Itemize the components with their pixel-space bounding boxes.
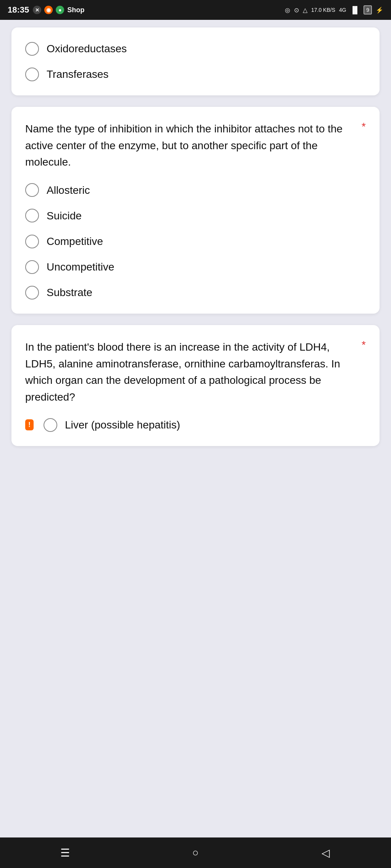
home-circle-icon: ○ [192,847,199,859]
radio-substrate[interactable] [25,286,39,300]
required-star-2: * [362,121,366,133]
charging-icon: ⚡ [376,6,383,14]
app-icon-green: ● [56,6,64,14]
option-oxidoreductases[interactable]: Oxidoreductases [25,41,366,56]
menu-icon: ☰ [60,847,70,859]
shop-label: Shop [67,6,84,14]
option-liver[interactable]: ! Liver (possible hepatitis) [25,417,366,432]
warning-badge-icon: ! [25,419,34,430]
speed-display: 17.0 KB/S [311,7,335,13]
option-label-transferases: Transferases [47,67,108,82]
question-card-2: Name the type of inhibition in which the… [11,107,380,314]
question-text-2: Name the type of inhibition in which the… [25,121,357,170]
radio-allosteric[interactable] [25,183,39,197]
time-display: 18:35 [8,5,29,15]
question-card-3: In the patient's blood there is an incre… [11,325,380,446]
option-label-competitive: Competitive [47,234,103,249]
back-arrow-icon: ◁ [322,847,330,859]
option-label-oxidoreductases: Oxidoreductases [47,41,127,56]
radio-suicide[interactable] [25,209,39,222]
question-text-3: In the patient's blood there is an incre… [25,339,357,405]
alarm-icon: ◎ [285,6,290,14]
bottom-nav-home[interactable]: ○ [180,837,211,868]
main-content: Oxidoreductases Transferases Name the ty… [0,20,391,837]
option-competitive[interactable]: Competitive [25,234,366,249]
status-bar: 18:35 ✕ ◉ ● Shop ◎ ⊙ △ 17.0 KB/S 4G ▐▌ 9… [0,0,391,20]
network-type: 4G [339,7,346,13]
option-label-allosteric: Allosteric [47,183,90,198]
radio-transferases[interactable] [25,68,39,81]
status-right: ◎ ⊙ △ 17.0 KB/S 4G ▐▌ 9 ⚡ [285,5,383,14]
bell-icon: △ [303,6,307,14]
option-label-suicide: Suicide [47,208,82,223]
option-suicide[interactable]: Suicide [25,208,366,223]
bottom-nav-menu[interactable]: ☰ [50,837,81,868]
option-uncompetitive[interactable]: Uncompetitive [25,259,366,274]
clock-icon: ⊙ [294,6,299,14]
options-list-card1: Oxidoreductases Transferases [25,41,366,82]
required-star-3: * [362,339,366,351]
signal-bars-icon: ▐▌ [350,6,360,14]
option-substrate[interactable]: Substrate [25,285,366,300]
bottom-nav-back[interactable]: ◁ [310,837,341,868]
option-label-substrate: Substrate [47,285,92,300]
question-header-2: Name the type of inhibition in which the… [25,121,366,170]
radio-competitive[interactable] [25,235,39,248]
radio-liver[interactable] [44,418,57,432]
option-transferases[interactable]: Transferases [25,67,366,82]
question-header-3: In the patient's blood there is an incre… [25,339,366,405]
option-allosteric[interactable]: Allosteric [25,183,366,198]
radio-uncompetitive[interactable] [25,260,39,274]
bottom-nav-bar: ☰ ○ ◁ [0,837,391,868]
question-card-1: Oxidoreductases Transferases [11,27,380,95]
nav-icon-orange: ◉ [44,6,53,14]
options-list-card2: Allosteric Suicide Competitive Uncompeti… [25,183,366,300]
battery-indicator: 9 [364,5,372,14]
option-label-liver: Liver (possible hepatitis) [65,417,180,432]
radio-oxidoreductases[interactable] [25,42,39,56]
options-list-card3: ! Liver (possible hepatitis) [25,417,366,432]
option-label-uncompetitive: Uncompetitive [47,259,114,274]
notification-icon-x: ✕ [33,6,41,14]
